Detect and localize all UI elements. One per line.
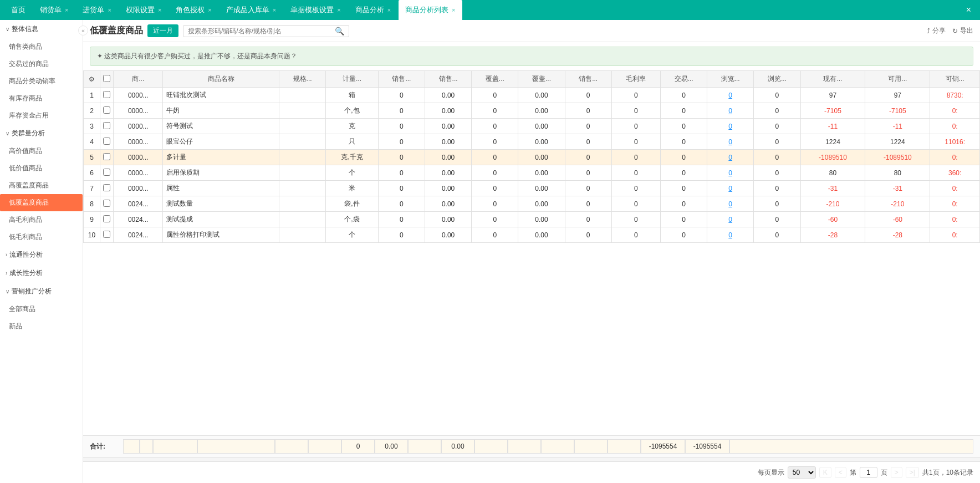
col-sellable[interactable]: 可销... xyxy=(930,71,980,88)
row-checkbox-cell[interactable] xyxy=(100,88,114,103)
search-input[interactable] xyxy=(188,27,333,35)
row-browse1[interactable]: 0 xyxy=(707,119,754,134)
col-unit[interactable]: 计量... xyxy=(326,71,379,88)
row-checkbox[interactable] xyxy=(103,231,110,238)
nav-tab-permissions[interactable]: 权限设置 × xyxy=(119,0,168,20)
close-icon[interactable]: × xyxy=(208,7,211,13)
col-cov2[interactable]: 覆盖... xyxy=(518,71,565,88)
row-checkbox[interactable] xyxy=(103,106,110,114)
row-checkbox[interactable] xyxy=(103,169,110,176)
sidebar-item-category-rate[interactable]: 商品分类动销率 xyxy=(0,73,83,90)
close-icon[interactable]: × xyxy=(337,7,340,13)
row-browse1[interactable]: 0 xyxy=(707,88,754,103)
nav-tab-roles[interactable]: 角色授权 × xyxy=(169,0,218,20)
close-icon[interactable]: × xyxy=(158,7,161,13)
sidebar-item-low-coverage[interactable]: 低覆盖度商品 xyxy=(0,194,83,211)
col-sales-qty[interactable]: 销售... xyxy=(378,71,425,88)
row-checkbox-cell[interactable] xyxy=(100,150,114,165)
search-icon[interactable]: 🔍 xyxy=(335,27,344,35)
sidebar-collapse-button[interactable]: « xyxy=(78,26,88,35)
close-icon[interactable]: × xyxy=(452,7,455,13)
sidebar-item-traded-goods[interactable]: 交易过的商品 xyxy=(0,55,83,73)
row-checkbox-cell[interactable] xyxy=(100,134,114,150)
row-checkbox-cell[interactable] xyxy=(100,196,114,212)
browse-link[interactable]: 0 xyxy=(728,231,732,239)
row-checkbox[interactable] xyxy=(103,200,110,207)
last-page-button[interactable]: >| xyxy=(906,467,919,478)
browse-link[interactable]: 0 xyxy=(728,138,732,146)
row-checkbox[interactable] xyxy=(103,91,110,98)
next-page-button[interactable]: > xyxy=(891,467,902,478)
sidebar-item-stock-capital[interactable]: 库存资金占用 xyxy=(0,107,83,124)
row-checkbox-cell[interactable] xyxy=(100,103,114,119)
col-spec[interactable]: 规格... xyxy=(279,71,325,88)
export-button[interactable]: ↻ 导出 xyxy=(952,26,973,35)
browse-link[interactable]: 0 xyxy=(728,91,732,99)
row-checkbox-cell[interactable] xyxy=(100,212,114,227)
row-checkbox[interactable] xyxy=(103,215,110,222)
row-checkbox[interactable] xyxy=(103,153,110,160)
sidebar-item-all-goods[interactable]: 全部商品 xyxy=(0,301,83,318)
col-gross[interactable]: 毛利率 xyxy=(611,71,660,88)
browse-link[interactable]: 0 xyxy=(728,200,732,208)
browse-link[interactable]: 0 xyxy=(728,107,732,115)
sidebar-item-sales-goods[interactable]: 销售类商品 xyxy=(0,38,83,55)
sidebar-section-growth[interactable]: › 成长性分析 xyxy=(0,264,83,282)
browse-link[interactable]: 0 xyxy=(728,169,732,177)
nav-tab-purchase[interactable]: 进货单 × xyxy=(76,0,118,20)
col-current[interactable]: 现有... xyxy=(800,71,865,88)
col-trans[interactable]: 交易... xyxy=(660,71,707,88)
sidebar-item-high-value[interactable]: 高价值商品 xyxy=(0,143,83,160)
sidebar-item-high-margin[interactable]: 高毛利商品 xyxy=(0,211,83,228)
horizontal-scrollbar[interactable] xyxy=(83,457,980,461)
col-sales-amt[interactable]: 销售... xyxy=(425,71,472,88)
sidebar-item-low-margin[interactable]: 低毛利商品 xyxy=(0,228,83,246)
sidebar-section-marketing[interactable]: ∨ 营销推广分析 xyxy=(0,282,83,301)
nav-tab-home[interactable]: 首页 xyxy=(4,0,32,20)
row-browse1[interactable]: 0 xyxy=(707,196,754,212)
col-code[interactable]: 商... xyxy=(114,71,163,88)
browse-link[interactable]: 0 xyxy=(728,154,732,161)
sidebar-section-circulation[interactable]: › 流通性分析 xyxy=(0,246,83,264)
nav-tab-product-analysis-list[interactable]: 商品分析列表 × xyxy=(399,0,462,20)
select-all-checkbox[interactable] xyxy=(103,75,110,82)
col-sales3[interactable]: 销售... xyxy=(565,71,611,88)
row-checkbox-cell[interactable] xyxy=(100,119,114,134)
sidebar-item-low-value[interactable]: 低价值商品 xyxy=(0,160,83,177)
col-browse2[interactable]: 浏览... xyxy=(754,71,800,88)
row-checkbox-cell[interactable] xyxy=(100,165,114,181)
row-browse1[interactable]: 0 xyxy=(707,212,754,227)
col-available[interactable]: 可用... xyxy=(865,71,930,88)
nav-tab-product-analysis[interactable]: 商品分析 × xyxy=(349,0,397,20)
col-checkbox[interactable] xyxy=(100,71,114,88)
sidebar-section-overall[interactable]: ∨ 整体信息 xyxy=(0,20,83,38)
first-page-button[interactable]: K xyxy=(819,467,831,478)
row-browse1[interactable]: 0 xyxy=(707,103,754,119)
row-browse1[interactable]: 0 xyxy=(707,181,754,196)
sidebar-item-in-stock[interactable]: 有库存商品 xyxy=(0,90,83,107)
nav-tab-finished-goods[interactable]: 产成品入库单 × xyxy=(220,0,283,20)
row-checkbox-cell[interactable] xyxy=(100,181,114,196)
row-checkbox[interactable] xyxy=(103,184,110,191)
row-checkbox[interactable] xyxy=(103,122,110,129)
row-browse1[interactable]: 0 xyxy=(707,150,754,165)
browse-link[interactable]: 0 xyxy=(728,123,732,130)
page-size-select[interactable]: 50 100 200 xyxy=(788,466,816,479)
row-checkbox-cell[interactable] xyxy=(100,227,114,243)
col-settings[interactable]: ⚙ xyxy=(84,71,100,88)
browse-link[interactable]: 0 xyxy=(728,185,732,192)
close-icon[interactable]: × xyxy=(65,7,68,13)
row-browse1[interactable]: 0 xyxy=(707,227,754,243)
col-cov1[interactable]: 覆盖... xyxy=(472,71,518,88)
time-filter-button[interactable]: 近一月 xyxy=(147,24,178,37)
close-icon[interactable]: × xyxy=(108,7,111,13)
sidebar-item-new-goods[interactable]: 新品 xyxy=(0,318,83,335)
row-browse1[interactable]: 0 xyxy=(707,165,754,181)
close-all-tabs-button[interactable]: × xyxy=(962,5,976,15)
col-browse1[interactable]: 浏览... xyxy=(707,71,754,88)
close-icon[interactable]: × xyxy=(273,7,276,13)
col-name[interactable]: 商品名称 xyxy=(163,71,279,88)
nav-tab-template[interactable]: 单据模板设置 × xyxy=(284,0,347,20)
page-number-input[interactable] xyxy=(860,467,877,478)
nav-tab-sales[interactable]: 销货单 × xyxy=(33,0,75,20)
